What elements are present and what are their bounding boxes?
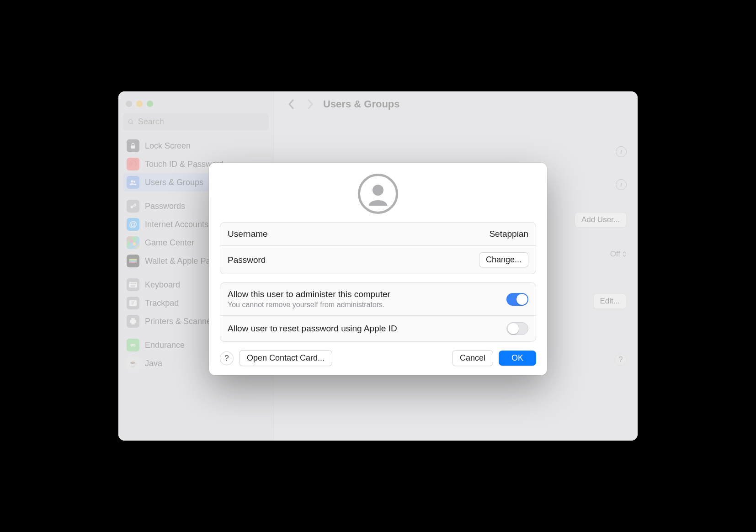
username-label: Username [228,229,268,239]
administer-switch[interactable] [506,293,528,306]
person-icon [364,180,392,207]
user-edit-modal: Username Setappian Password Change... Al… [209,163,547,375]
user-avatar[interactable] [358,174,398,214]
cancel-button[interactable]: Cancel [452,350,493,366]
permissions-group: Allow this user to administer this compu… [220,282,536,342]
username-value: Setappian [489,229,528,239]
reset-appleid-label: Allow user to reset password using Apple… [228,324,397,334]
reset-appleid-row: Allow user to reset password using Apple… [220,315,536,341]
ok-button[interactable]: OK [499,351,536,366]
system-settings-window: Lock ScreenTouch ID & PasswordUsers & Gr… [118,91,638,441]
administer-row: Allow this user to administer this compu… [220,283,536,315]
svg-point-26 [373,185,383,196]
password-label: Password [228,255,266,265]
credentials-group: Username Setappian Password Change... [220,222,536,274]
username-row: Username Setappian [220,223,536,245]
modal-help-button[interactable]: ? [220,351,234,365]
modal-footer: ? Open Contact Card... Cancel OK [220,350,536,366]
password-row: Password Change... [220,245,536,274]
administer-label: Allow this user to administer this compu… [228,289,390,299]
administer-sublabel: You cannot remove yourself from administ… [228,301,390,309]
open-contact-card-button[interactable]: Open Contact Card... [239,350,332,366]
change-password-button[interactable]: Change... [479,252,528,267]
reset-appleid-switch[interactable] [506,322,528,335]
